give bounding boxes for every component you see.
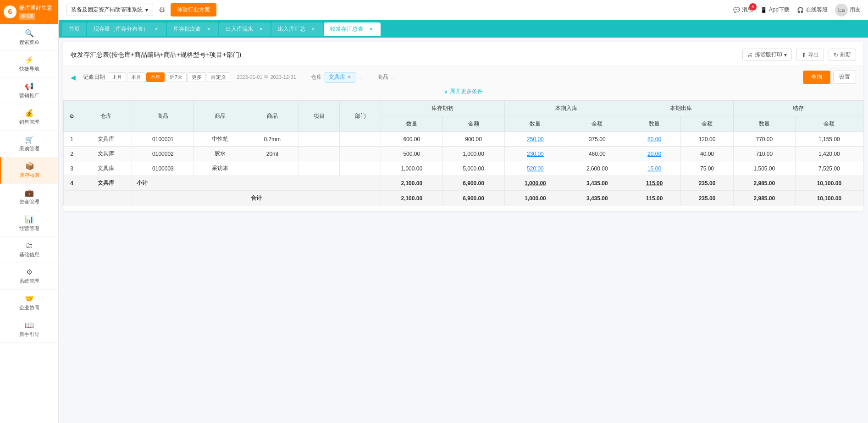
sidebar-item-label-1: 快捷导航 xyxy=(19,66,39,72)
date-btn-5[interactable]: 自定义 xyxy=(207,72,230,82)
row-code-2: 0100003 xyxy=(132,161,194,176)
expand-button[interactable]: ∨ 展开更多条件 xyxy=(444,88,483,95)
row-in-qty-0[interactable]: 250.00 xyxy=(504,132,566,147)
tab-label-1: 现存量（库存分布表） xyxy=(94,25,149,33)
total-out-qty: 115.00 xyxy=(628,191,681,206)
user-label: 用友 xyxy=(850,6,861,14)
tab-close-1[interactable]: ✕ xyxy=(153,26,160,32)
row-open-qty-0: 600.00 xyxy=(381,132,442,147)
sidebar-item-6[interactable]: 💼资金管理 xyxy=(0,184,58,210)
row-project-0 xyxy=(299,132,340,147)
message-action[interactable]: 💬 消息 6 xyxy=(733,6,753,14)
service-label: 在线客服 xyxy=(806,6,828,14)
warehouse-more[interactable]: ... xyxy=(358,74,363,81)
sidebar-item-3[interactable]: 💰销售管理 xyxy=(0,104,58,131)
settings-icon[interactable]: ⚙ xyxy=(159,5,165,14)
sidebar-logo: 6 xyxy=(4,5,17,18)
subtotal-bal-qty: 2,985.00 xyxy=(733,176,795,191)
col-warehouse-header: 仓库 xyxy=(80,101,132,132)
row-bal-amt-1: 1,420.00 xyxy=(795,147,863,161)
goods-more[interactable]: ... xyxy=(391,74,396,81)
sidebar-item-label-3: 销售管理 xyxy=(19,119,39,126)
page-header: 收发存汇总表(按仓库+商品编码+商品+规格型号+项目+部门) 🖨 拣货版打印 ▾… xyxy=(63,42,863,66)
service-action[interactable]: 🎧 在线客服 xyxy=(797,6,828,14)
tab-label-3: 出入库流水 xyxy=(226,25,253,33)
date-range-wrap: 2023-01-01 至 2023-12-31 xyxy=(237,74,296,81)
tab-3[interactable]: 出入库流水✕ xyxy=(219,22,271,36)
tab-label-2: 库存批次账 xyxy=(173,25,201,33)
goods-filter: 商品 ... xyxy=(377,73,396,81)
tab-close-3[interactable]: ✕ xyxy=(258,26,264,32)
date-btn-0[interactable]: 上月 xyxy=(108,72,126,82)
app-download-action[interactable]: 📱 App下载 xyxy=(760,6,790,14)
sidebar-item-0[interactable]: 🔍搜索菜单 xyxy=(0,24,58,51)
sidebar-item-icon-4: 🛒 xyxy=(25,135,34,144)
sidebar-item-7[interactable]: 📊经营管理 xyxy=(0,210,58,237)
table-settings-icon[interactable]: ⚙ xyxy=(69,113,74,120)
try-industry-button[interactable]: 体验行业方案 xyxy=(171,3,216,16)
system-selector[interactable]: 装备及固定资产辅助管理系统 ▾ xyxy=(66,4,153,16)
message-badge: 6 xyxy=(749,3,757,11)
print-button[interactable]: 🖨 拣货版打印 ▾ xyxy=(742,49,792,61)
date-btn-2[interactable]: 本年 xyxy=(146,72,165,82)
sidebar-item-4[interactable]: 🛒采购管理 xyxy=(0,131,58,157)
sidebar-item-9[interactable]: ⚙系统管理 xyxy=(0,263,58,290)
tab-4[interactable]: 出入库汇总✕ xyxy=(271,22,323,36)
sidebar-item-5[interactable]: 📦库存核算 xyxy=(0,157,58,184)
row-spec-2 xyxy=(246,161,299,176)
refresh-button[interactable]: ↻ 刷新 xyxy=(829,49,856,61)
print-icon: 🖨 xyxy=(747,52,753,58)
subtotal-bal-amt: 10,100.00 xyxy=(795,176,863,191)
sidebar-item-icon-8: 🗂 xyxy=(26,242,33,250)
row-out-qty-0[interactable]: 80.00 xyxy=(628,132,681,147)
tab-5[interactable]: 收发存汇总表✕ xyxy=(324,22,381,36)
col-spec-header: 商品 xyxy=(246,101,299,132)
main-content: 装备及固定资产辅助管理系统 ▾ ⚙ 体验行业方案 💬 消息 6 📱 App下载 … xyxy=(59,0,868,423)
page: 收发存汇总表(按仓库+商品编码+商品+规格型号+项目+部门) 🖨 拣货版打印 ▾… xyxy=(59,38,868,423)
table-row: 3 文具库 0100003 采访本 1,000.00 5,000.00 520.… xyxy=(64,161,863,176)
col-in-qty-header: 数量 xyxy=(504,116,566,132)
tab-close-2[interactable]: ✕ xyxy=(205,26,212,32)
tab-1[interactable]: 现存量（库存分布表）✕ xyxy=(87,22,166,36)
settings-button[interactable]: 设置 xyxy=(833,71,856,84)
tab-close-4[interactable]: ✕ xyxy=(310,26,316,32)
sidebar-item-1[interactable]: ⚡快捷导航 xyxy=(0,51,58,77)
sidebar-item-2[interactable]: 📢营销推广 xyxy=(0,77,58,104)
col-open-header: 库存期初 xyxy=(381,101,504,116)
col-out-header: 本期出库 xyxy=(628,101,734,116)
date-btn-3[interactable]: 近7天 xyxy=(166,72,187,82)
sidebar-item-label-5: 库存核算 xyxy=(20,172,40,179)
subtotal-row: 4 文具库 小计 2,100.00 6,900.00 1,000.00 3,43… xyxy=(64,176,863,191)
warehouse-filter: 仓库 文具库 ✕ ... xyxy=(311,72,363,82)
sidebar-item-label-0: 搜索菜单 xyxy=(19,39,39,46)
col-name-header: 商品 xyxy=(194,101,246,132)
sidebar-item-11[interactable]: 📖新手引导 xyxy=(0,316,58,343)
row-in-qty-2[interactable]: 520.00 xyxy=(504,161,566,176)
row-out-qty-1[interactable]: 20.00 xyxy=(628,147,681,161)
date-btn-4[interactable]: 更多 xyxy=(188,72,206,82)
warehouse-tag-remove[interactable]: ✕ xyxy=(347,74,351,80)
row-warehouse-1: 文具库 xyxy=(80,147,132,161)
date-buttons: 上月本月本年近7天更多自定义 xyxy=(108,72,230,82)
user-action[interactable]: Ea 用友 xyxy=(835,4,861,16)
sidebar-item-label-11: 新手引导 xyxy=(19,331,39,338)
sidebar-item-10[interactable]: 🤝企业协同 xyxy=(0,290,58,316)
tab-2[interactable]: 库存批次账✕ xyxy=(167,22,218,36)
export-button[interactable]: ⬆ 导出 xyxy=(796,49,824,61)
query-button[interactable]: 查询 xyxy=(803,71,830,84)
row-dept-0 xyxy=(340,132,381,147)
subtotal-open-amt: 6,900.00 xyxy=(442,176,504,191)
chevron-down-icon: ▾ xyxy=(145,7,148,13)
phone-icon: 📱 xyxy=(760,7,767,13)
sidebar-item-8[interactable]: 🗂基础信息 xyxy=(0,237,58,263)
page-title: 收发存汇总表(按仓库+商品编码+商品+规格型号+项目+部门) xyxy=(71,51,241,59)
collapse-btn[interactable]: ◀ xyxy=(71,74,76,81)
tab-close-5[interactable]: ✕ xyxy=(368,26,374,32)
row-out-qty-2[interactable]: 15.00 xyxy=(628,161,681,176)
row-in-amt-2: 2,600.00 xyxy=(566,161,628,176)
sidebar-item-icon-1: ⚡ xyxy=(25,55,34,64)
row-in-qty-1[interactable]: 230.00 xyxy=(504,147,566,161)
export-label: 导出 xyxy=(808,51,819,59)
tab-0[interactable]: 首页 xyxy=(62,22,86,36)
date-btn-1[interactable]: 本月 xyxy=(127,72,145,82)
